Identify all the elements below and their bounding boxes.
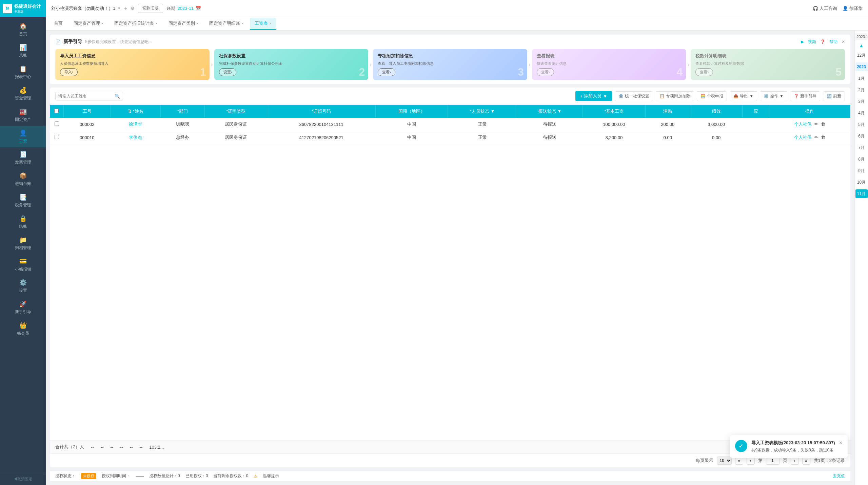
row-1-social-link[interactable]: 个人社保: [794, 122, 812, 127]
month-may[interactable]: 5月: [855, 120, 868, 129]
nav-up-icon[interactable]: ▲: [859, 43, 864, 48]
tab-fixed-detail[interactable]: 固定资产明细账 ×: [204, 18, 248, 30]
year-2023[interactable]: 2023: [855, 62, 868, 71]
row-1-name[interactable]: 徐泽华: [111, 118, 160, 131]
user-profile[interactable]: 👤 徐泽华: [843, 5, 863, 12]
tab-fixed-category[interactable]: 固定资产类别 ×: [164, 18, 203, 30]
row-1-edit-icon[interactable]: ✏: [814, 122, 818, 127]
month-sep[interactable]: 9月: [855, 166, 868, 175]
row-1-checkbox[interactable]: [55, 122, 59, 126]
sidebar-item-close[interactable]: 🔒 结账: [0, 211, 46, 233]
tab-payroll[interactable]: 工资表 ×: [250, 18, 276, 30]
row-1-dept: 嗯嗯嗯: [160, 118, 205, 131]
tab-fixed-assets[interactable]: 固定资产管理 ×: [69, 18, 108, 30]
tax-calc-icon: 🧮: [701, 94, 706, 98]
sidebar-item-reports[interactable]: 📋 报表中心: [0, 62, 46, 83]
row-2-report-status: 待报送: [517, 131, 583, 144]
add-account-icon[interactable]: +: [124, 5, 127, 12]
operate-button[interactable]: ⚙️ 操作 ▼: [760, 91, 787, 101]
row-2-edit-icon[interactable]: ✏: [814, 135, 818, 140]
toast-close-button[interactable]: ×: [839, 440, 842, 446]
social-insurance-button[interactable]: 🏦 统一社保设置: [615, 91, 653, 101]
sidebar-item-home[interactable]: 🏠 首页: [0, 19, 46, 40]
sidebar-toggle[interactable]: ◀取消固定: [0, 473, 46, 485]
month-dec[interactable]: 12月: [855, 51, 868, 60]
status-bar: 授权状态： 未授权 授权到期时间： —— 授权数量总计：0 已用授权：0 当前剩…: [50, 471, 850, 481]
wizard-step-5-btn[interactable]: 查看›: [695, 68, 713, 76]
month-feb[interactable]: 2月: [855, 86, 868, 94]
sidebar-item-wizard[interactable]: 🚀 新手引导: [0, 297, 46, 318]
status-filter-icon[interactable]: ▼: [491, 109, 495, 114]
sidebar-nav: 🏠 首页 📊 总账 📋 报表中心 💰 资金管理 🏭 固定资产 👤 工资 🧾 发票…: [0, 17, 46, 473]
tab-fixed-depreciation[interactable]: 固定资产折旧统计表 ×: [110, 18, 162, 30]
month-nov-current[interactable]: 11月: [855, 189, 868, 198]
tab-home-label: 首页: [54, 20, 63, 26]
sidebar-item-label: 税务管理: [15, 202, 31, 208]
wizard-btn[interactable]: ❓ 新手引导: [790, 91, 820, 101]
month-aug[interactable]: 8月: [855, 155, 868, 164]
month-mar[interactable]: 3月: [855, 97, 868, 106]
month-jun[interactable]: 6月: [855, 132, 868, 141]
deduction-button[interactable]: 📋 专项附加扣除: [656, 91, 694, 101]
row-2-delete-icon[interactable]: 🗑: [821, 135, 825, 140]
sidebar-item-tax[interactable]: 📑 税务管理: [0, 190, 46, 211]
wizard-step-2-btn[interactable]: 设置›: [219, 68, 237, 76]
sidebar-item-inventory[interactable]: 📦 进销台账: [0, 169, 46, 190]
add-person-button[interactable]: + 添加人员 ▼: [575, 91, 612, 101]
search-icon[interactable]: 🔍: [115, 94, 120, 99]
content-area: 📄 新手引导 5步快速完成设置，快去完善信息吧～ ▶ 视频 ❓ 帮助 ✕ 导入员…: [46, 31, 868, 485]
wizard-help-link[interactable]: 帮助: [829, 39, 837, 45]
personal-tax-button[interactable]: 🧮 个税申报: [697, 91, 727, 101]
sidebar-item-payroll[interactable]: 👤 工资: [0, 126, 46, 147]
report-filter-icon[interactable]: ▼: [557, 109, 561, 114]
tab-home[interactable]: 首页: [49, 18, 67, 30]
row-2-social-link[interactable]: 个人社保: [794, 135, 812, 140]
account-selector[interactable]: 刘小艳演示账套（勿删勿动！）1 ▼: [51, 5, 121, 12]
sidebar-item-expense[interactable]: 💳 小畅报销: [0, 254, 46, 276]
month-oct[interactable]: 10月: [855, 178, 868, 187]
calendar-icon[interactable]: 📅: [196, 6, 201, 11]
period-value[interactable]: 2023-11: [177, 6, 194, 11]
month-jul[interactable]: 7月: [855, 143, 868, 152]
account-name: 刘小艳演示账套（勿删勿动！）1: [51, 5, 115, 12]
wizard-step-3-desc: 查看、导入员工专项附加扣除信息: [378, 61, 522, 66]
per-page-label: 每页显示: [696, 458, 713, 464]
sidebar-item-fixed[interactable]: 🏭 固定资产: [0, 105, 46, 126]
wizard-step-1-title: 导入员工工资信息: [60, 53, 205, 59]
per-page-select[interactable]: 10 20 50: [717, 456, 732, 465]
go-auth-link[interactable]: 去充值: [833, 473, 845, 479]
row-1-delete-icon[interactable]: 🗑: [821, 122, 825, 127]
month-jan[interactable]: 1月: [855, 74, 868, 83]
select-all-checkbox[interactable]: [54, 109, 59, 113]
page-label: 第: [758, 458, 763, 464]
search-input[interactable]: [58, 94, 113, 98]
user-avatar-icon: 👤: [843, 6, 848, 11]
reports-icon: 📋: [19, 65, 27, 73]
wizard-step-4-btn[interactable]: 查看›: [537, 68, 554, 76]
tab-payroll-close[interactable]: ×: [269, 21, 271, 25]
wizard-step-1-btn[interactable]: 导入›: [60, 68, 78, 76]
tab-fixed-detail-close[interactable]: ×: [241, 21, 243, 25]
tab-fixed-category-close[interactable]: ×: [196, 21, 198, 25]
tab-fixed-assets-close[interactable]: ×: [101, 21, 103, 25]
sidebar-item-settings[interactable]: ⚙️ 设置: [0, 276, 46, 297]
export-button[interactable]: 📤 导出 ▼: [730, 91, 757, 101]
row-2-checkbox[interactable]: [55, 135, 59, 139]
sidebar-item-funds[interactable]: 💰 资金管理: [0, 83, 46, 105]
month-apr[interactable]: 4月: [855, 109, 868, 117]
switch-version-button[interactable]: 切到旧版: [138, 4, 163, 13]
tab-fixed-depreciation-close[interactable]: ×: [155, 21, 157, 25]
settings-topbar-icon[interactable]: ⚙: [131, 6, 135, 11]
sidebar-item-invoice[interactable]: 🧾 发票管理: [0, 147, 46, 169]
row-1-checkbox-cell: [50, 118, 63, 131]
row-2-name[interactable]: 李俊杰: [111, 131, 160, 144]
sidebar-item-general-ledger[interactable]: 📊 总账: [0, 40, 46, 62]
sidebar-item-archive[interactable]: 📁 归档管理: [0, 233, 46, 254]
wizard-step-3-btn[interactable]: 查看›: [378, 68, 395, 76]
sidebar-item-member[interactable]: 👑 畅会员: [0, 318, 46, 340]
ai-consult[interactable]: 🎧 人工咨询: [813, 5, 837, 12]
wizard-video-link[interactable]: 视频: [808, 39, 816, 45]
page-suffix: 页: [783, 458, 787, 464]
wizard-close-icon[interactable]: ✕: [842, 39, 845, 44]
refresh-button[interactable]: 🔄 刷新: [823, 91, 845, 101]
